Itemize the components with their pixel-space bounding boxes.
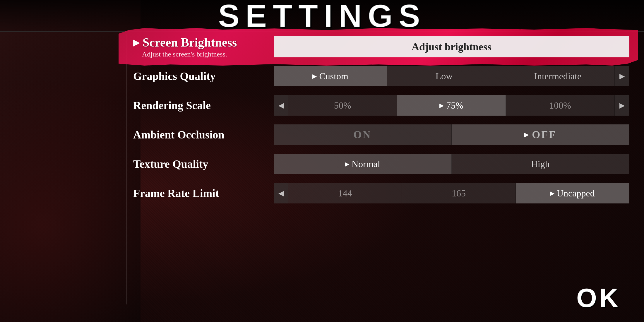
ao-option-off[interactable]: ▶ OFF <box>452 124 630 145</box>
graphics-quality-label: Graphics Quality <box>127 67 274 85</box>
frame-rate-limit-label: Frame Rate Limit <box>127 184 274 203</box>
ambient-occlusion-controls: ON ▶ OFF <box>274 124 629 145</box>
frame-rate-limit-controls: ◀ 144 165 ▶ Uncapped <box>274 183 629 203</box>
ambient-occlusion-row: Ambient Occlusion ON ▶ OFF <box>127 121 629 148</box>
texture-quality-controls: ▶ Normal High <box>274 154 629 174</box>
fr-option-165[interactable]: 165 <box>402 183 515 203</box>
adjust-brightness-button[interactable]: Adjust brightness <box>274 36 629 57</box>
rs-75-label: 75% <box>446 100 463 111</box>
fr-option-uncapped[interactable]: ▶ Uncapped <box>516 183 629 203</box>
brightness-label-area: ▶ Screen Brightness Adjust the screen's … <box>127 34 274 60</box>
fr-uncapped-arrow: ▶ <box>550 190 554 197</box>
tq-option-normal[interactable]: ▶ Normal <box>274 154 452 174</box>
gq-option-intermediate[interactable]: Intermediate <box>501 66 615 86</box>
rs-50-label: 50% <box>334 100 351 111</box>
rs-nav-right[interactable]: ▶ <box>615 95 629 116</box>
title-area: SETTINGS <box>0 0 644 32</box>
fr-144-label: 144 <box>338 188 352 199</box>
brightness-label-main: ▶ Screen Brightness <box>133 35 268 49</box>
gq-custom-label: Custom <box>319 71 348 82</box>
rs-100-label: 100% <box>549 100 571 111</box>
rendering-scale-row: Rendering Scale ◀ 50% ▶ 75% 100% ▶ <box>127 92 629 119</box>
brightness-highlight: ▶ Screen Brightness Adjust the screen's … <box>127 34 629 60</box>
texture-quality-row: Texture Quality ▶ Normal High <box>127 151 629 177</box>
rs-option-100[interactable]: 100% <box>506 95 615 116</box>
tq-normal-label: Normal <box>352 159 380 169</box>
gq-nav-right[interactable]: ▶ <box>615 66 629 86</box>
frame-rate-limit-row: Frame Rate Limit ◀ 144 165 ▶ Uncapped <box>127 180 629 206</box>
tq-option-high[interactable]: High <box>452 154 630 174</box>
content-panel: ▶ Screen Brightness Adjust the screen's … <box>127 34 629 304</box>
tq-normal-arrow: ▶ <box>345 160 349 167</box>
gq-option-low[interactable]: Low <box>387 66 501 86</box>
rs-option-50[interactable]: 50% <box>288 95 397 116</box>
fr-nav-left[interactable]: ◀ <box>274 183 288 203</box>
brightness-title: Screen Brightness <box>143 35 237 49</box>
ao-off-label: OFF <box>532 129 556 141</box>
left-divider-line <box>126 34 127 304</box>
ao-on-label: ON <box>353 129 371 141</box>
ao-option-on[interactable]: ON <box>274 124 452 145</box>
rendering-scale-controls: ◀ 50% ▶ 75% 100% ▶ <box>274 95 629 116</box>
ambient-occlusion-label: Ambient Occlusion <box>127 125 274 144</box>
brightness-selected-arrow: ▶ <box>133 38 140 47</box>
graphics-quality-row: Graphics Quality ▶ Custom Low Intermedia… <box>127 63 629 89</box>
gq-custom-arrow: ▶ <box>312 73 317 80</box>
gq-low-label: Low <box>436 71 453 82</box>
ao-off-arrow: ▶ <box>524 131 530 138</box>
texture-quality-label: Texture Quality <box>127 155 274 173</box>
rs-75-arrow: ▶ <box>439 102 444 109</box>
rs-nav-left[interactable]: ◀ <box>274 95 288 116</box>
brightness-subtitle: Adjust the screen's brightness. <box>142 50 268 58</box>
fr-165-label: 165 <box>452 188 466 199</box>
gq-option-custom[interactable]: ▶ Custom <box>274 66 387 86</box>
graphics-quality-controls: ▶ Custom Low Intermediate ▶ <box>274 66 629 86</box>
fr-uncapped-label: Uncapped <box>557 188 595 199</box>
gq-intermediate-label: Intermediate <box>534 71 581 82</box>
tq-high-label: High <box>531 159 550 169</box>
rs-option-75[interactable]: ▶ 75% <box>397 95 506 116</box>
screen-brightness-row: ▶ Screen Brightness Adjust the screen's … <box>127 34 629 60</box>
rendering-scale-label: Rendering Scale <box>127 96 274 115</box>
fr-option-144[interactable]: 144 <box>288 183 402 203</box>
ok-button[interactable]: OK <box>576 283 621 313</box>
